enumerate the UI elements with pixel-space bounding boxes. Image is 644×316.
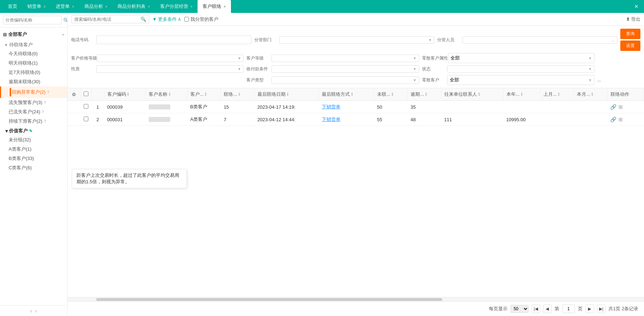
nav-home[interactable]: 首页 — [3, 0, 22, 13]
sidebar-scroll-left[interactable]: ‹ — [30, 308, 32, 314]
filter-customer-level: 客户等级 ▼ — [246, 55, 419, 62]
sidebar-item-ungrouped[interactable]: 未分组(32) — [0, 135, 67, 145]
sort-uncontacted[interactable]: ▲▼ — [391, 92, 394, 97]
status-select[interactable]: ▼ — [447, 65, 594, 73]
row1-link-icon[interactable]: 🔗 — [610, 104, 616, 110]
row2-index: 2 — [91, 113, 104, 126]
phone-input[interactable] — [96, 36, 251, 44]
sort-this-month[interactable]: ▲▼ — [591, 92, 594, 97]
nav-product-analysis[interactable]: 商品分析 × — [79, 0, 112, 13]
row2-link-icon[interactable]: 🔗 — [610, 117, 616, 122]
settings-btn[interactable]: 设置 — [620, 41, 640, 51]
scrollbar-thumb[interactable] — [96, 298, 442, 301]
customer-level-caret-icon: ▼ — [413, 56, 417, 60]
price-level-select[interactable]: ▼ — [97, 55, 244, 62]
horizontal-scrollbar[interactable] — [68, 297, 644, 301]
close-sales-tab[interactable]: × — [43, 4, 46, 9]
close-window-icon[interactable]: × — [631, 3, 641, 10]
sidebar-item-b-class[interactable]: B类客户(33) — [0, 154, 67, 163]
page-number-input[interactable] — [562, 305, 575, 313]
sidebar-item-today-contact[interactable]: 今天待联络(0) — [0, 49, 67, 58]
close-customer-contact-tab[interactable]: × — [223, 4, 226, 9]
dept-select[interactable]: ▼ — [279, 36, 435, 44]
nav-product-analysis-list[interactable]: 商品分析列表 × — [112, 0, 155, 13]
close-customer-segmentation-tab[interactable]: × — [190, 4, 193, 9]
sidebar-item-a-class[interactable]: A类客户(1) — [0, 145, 67, 154]
nav-purchase[interactable]: 进货单 × — [51, 0, 79, 13]
sidebar-subsection-value-customer[interactable]: ▼ 价值客户 ✎ — [0, 126, 67, 135]
sort-overdue[interactable]: ▲▼ — [425, 92, 427, 97]
sidebar-item-tomorrow-contact[interactable]: 明天待联络(1) — [0, 58, 67, 68]
filter-icon: ▼ — [152, 16, 157, 22]
last-page-btn[interactable]: ▶| — [597, 305, 606, 313]
nav-customer-segmentation[interactable]: 客户分层经营 × — [155, 0, 198, 13]
retail-attr-select[interactable]: 全部 ▼ — [448, 53, 594, 63]
sidebar-search-icon[interactable]: 🔍 — [63, 18, 68, 23]
sidebar-item-declining[interactable]: 持续下滑客户(2) ? — [0, 117, 67, 126]
select-all-checkbox[interactable] — [84, 91, 88, 96]
sort-type[interactable]: ▲▼ — [204, 92, 207, 97]
sort-last-month[interactable]: ▲▼ — [557, 92, 560, 97]
data-table-container: 距客户上次交易时长，超过了此客户的平均交易周期的1.5倍，则视为异常。 ⚙ — [68, 88, 644, 297]
main-search-input[interactable] — [74, 17, 139, 22]
filter-customer-type: 客户类型 ▼ — [246, 76, 419, 84]
more-btn[interactable]: ... — [597, 77, 601, 82]
customer-level-select[interactable]: ▼ — [272, 55, 419, 62]
help-icon-declining[interactable]: ? — [44, 119, 46, 123]
nav-customer-contact[interactable]: 客户联络 × — [198, 0, 231, 13]
payment-select[interactable]: ▼ — [272, 65, 419, 73]
my-customers-checkbox[interactable] — [184, 17, 189, 22]
sort-unit-contact[interactable]: ▲▼ — [478, 92, 481, 97]
sidebar-item-churned[interactable]: 已流失客户(24) ? — [0, 107, 67, 117]
sidebar-item-repurchase-abnormal[interactable]: 回购异常客户(2) ? — [0, 86, 67, 98]
filter-row-1: 电话号码 分管部门 ▼ 分管人员 … — [71, 29, 640, 51]
sort-code[interactable]: ▲▼ — [127, 92, 130, 97]
th-contact: 联络... ▲▼ — [221, 88, 254, 101]
customer-type-select[interactable]: ▼ — [272, 76, 419, 84]
row1-grid-icon[interactable]: ⊞ — [618, 104, 623, 110]
nature-select[interactable]: ▼ — [96, 65, 244, 73]
prev-page-btn[interactable]: ◀ — [543, 305, 552, 313]
filter-row-3: 性质 ▼ 收付款条件 ▼ 状态 — [71, 65, 640, 73]
page-size-select[interactable]: 50 20 100 — [510, 305, 529, 313]
sidebar-item-c-class[interactable]: C类客户(6) — [0, 163, 67, 173]
sort-contact[interactable]: ▲▼ — [238, 92, 241, 97]
help-icon-churned[interactable]: ? — [42, 110, 44, 114]
filter-row-4: 客户类型 ▼ 零散客户 全部 ▼ ... — [71, 75, 640, 85]
edit-groups-icon[interactable]: ✎ — [29, 129, 32, 133]
settings-icon[interactable]: ⚙ — [72, 92, 76, 97]
close-purchase-tab[interactable]: × — [72, 4, 74, 9]
arrow-subsection-icon: ▼ — [4, 128, 9, 134]
sort-this-year[interactable]: ▲▼ — [520, 92, 523, 97]
more-conditions-btn[interactable]: ▼ 更多条件 ∧ — [152, 16, 181, 23]
nav-sales[interactable]: 销货单 × — [22, 0, 51, 13]
sidebar-scroll-right[interactable]: › — [35, 308, 37, 314]
sidebar-item-churn-warning[interactable]: 流失预警客户(3) ? — [0, 98, 67, 107]
row2-select-checkbox[interactable] — [84, 117, 88, 121]
retail-customer-select[interactable]: 全部 ▼ — [447, 75, 594, 85]
close-product-analysis-list-tab[interactable]: × — [148, 4, 150, 9]
close-product-analysis-tab[interactable]: × — [105, 4, 107, 9]
next-page-btn[interactable]: ▶ — [585, 305, 594, 313]
person-select[interactable]: … — [462, 36, 617, 44]
sidebar-collapse-icon[interactable]: » — [62, 32, 64, 37]
main-search-icon[interactable]: 🔍 — [140, 16, 146, 22]
table-row: 1 000039 B类客户 15 — [68, 101, 644, 113]
sidebar-item-overdue-contact[interactable]: 逾期未联络(30) — [0, 77, 67, 86]
sidebar-item-all-customers[interactable]: ⊞ 全部客户 » — [0, 29, 67, 40]
help-icon-churn[interactable]: ? — [44, 100, 46, 105]
sidebar-section-pending[interactable]: ▼ 待联络客户 — [0, 40, 67, 49]
th-type: 客户... ▲▼ — [187, 88, 221, 101]
sidebar-search-input[interactable] — [3, 16, 62, 24]
help-icon[interactable]: ? — [47, 90, 49, 94]
sort-last-date[interactable]: ▲▼ — [286, 92, 289, 97]
row1-select-checkbox[interactable] — [84, 104, 88, 109]
my-customers-checkbox-area: 我分管的客户 — [184, 16, 218, 23]
export-btn[interactable]: ⬆ 导出 — [626, 16, 640, 23]
row2-grid-icon[interactable]: ⊞ — [618, 117, 623, 122]
sort-last-method[interactable]: ▲▼ — [351, 92, 353, 97]
sort-name[interactable]: ▲▼ — [168, 92, 171, 97]
first-page-btn[interactable]: |◀ — [532, 305, 540, 313]
query-btn[interactable]: 查询 — [620, 29, 640, 39]
sidebar-item-7day-contact[interactable]: 近7天待联络(0) — [0, 68, 67, 77]
